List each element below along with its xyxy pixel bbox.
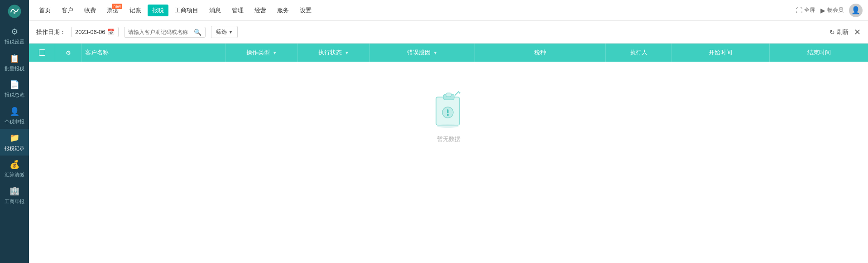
content-area: 操作日期： 2023-06-06 📅 🔍 筛选 ▼ ↻ 刷新 ✕: [29, 21, 868, 263]
sidebar-item-personal-tax[interactable]: 👤 个税申报: [0, 102, 29, 129]
filter-label: 筛选: [216, 28, 227, 36]
nav-service[interactable]: 服务: [273, 5, 293, 16]
main-area: 首页 客户 收费 票据 new 记账 报税 工商项目 消息 管理 经营 服务 设…: [29, 0, 868, 263]
batch-tax-icon: 📋: [10, 53, 19, 64]
filter-button[interactable]: 筛选 ▼: [211, 26, 238, 38]
tax-overview-icon: 📄: [10, 79, 19, 91]
calendar-icon: 📅: [107, 29, 115, 35]
sidebar-item-tax-records[interactable]: 📁 报税记录: [0, 129, 29, 156]
tax-settings-icon: ⚙: [11, 26, 18, 38]
new-badge: new: [112, 4, 122, 10]
member-label: 畅会员: [827, 6, 844, 14]
close-button[interactable]: ✕: [854, 28, 861, 36]
refresh-label: 刷新: [837, 28, 849, 36]
fullscreen-button[interactable]: ⛶ 全屏: [796, 6, 815, 14]
svg-rect-6: [447, 109, 448, 113]
sidebar-item-batch-tax[interactable]: 📋 批量报税: [0, 49, 29, 76]
th-customer-name: 客户名称: [82, 44, 225, 62]
fullscreen-label: 全屏: [804, 6, 815, 14]
th-gear[interactable]: ⚙: [55, 44, 82, 62]
table-container: ⚙ 客户名称 操作类型 ▼ 执行状态 ▼: [29, 44, 868, 263]
top-navigation: 首页 客户 收费 票据 new 记账 报税 工商项目 消息 管理 经营 服务 设…: [29, 0, 868, 21]
sort-icon: ▼: [345, 50, 349, 55]
sidebar: ⚙ 报税设置 📋 批量报税 📄 报税总览 👤 个税申报 📁 报税记录 💰 汇算清…: [0, 0, 29, 263]
sidebar-item-label: 报税设置: [5, 39, 24, 45]
nav-management[interactable]: 管理: [227, 5, 248, 16]
toolbar: 操作日期： 2023-06-06 📅 🔍 筛选 ▼ ↻ 刷新 ✕: [29, 21, 868, 44]
app-logo: [0, 0, 29, 23]
date-value: 2023-06-06: [75, 29, 106, 35]
search-input[interactable]: [128, 29, 192, 35]
svg-point-7: [447, 114, 449, 116]
member-button[interactable]: ▶ 畅会员: [820, 6, 844, 14]
empty-illustration: [431, 89, 467, 130]
svg-rect-4: [446, 93, 451, 97]
annual-report-icon: 🏢: [10, 185, 19, 197]
search-box[interactable]: 🔍: [124, 27, 206, 38]
nav-billing[interactable]: 收费: [80, 5, 101, 16]
records-table: ⚙ 客户名称 操作类型 ▼ 执行状态 ▼: [29, 44, 868, 170]
svg-line-8: [455, 92, 459, 95]
nav-accounts[interactable]: 记账: [125, 5, 146, 16]
nav-operation[interactable]: 经营: [250, 5, 271, 16]
th-start-time: 开始时间: [671, 44, 770, 62]
sidebar-item-label: 报税总览: [5, 92, 24, 98]
sidebar-item-label: 个税申报: [5, 118, 24, 125]
th-error-reason[interactable]: 错误股因 ▼: [370, 44, 475, 62]
chevron-down-icon: ▼: [229, 29, 233, 34]
date-picker[interactable]: 2023-06-06 📅: [71, 27, 119, 37]
sidebar-item-tax-overview[interactable]: 📄 报税总览: [0, 76, 29, 102]
sidebar-item-label: 工商年报: [5, 198, 24, 205]
nav-business[interactable]: 工商项目: [170, 5, 203, 16]
avatar-icon: 👤: [851, 6, 860, 15]
tax-records-icon: 📁: [10, 132, 19, 144]
select-all-checkbox[interactable]: [39, 49, 45, 56]
date-label: 操作日期：: [36, 28, 66, 36]
nav-message[interactable]: 消息: [205, 5, 225, 16]
gear-icon: ⚙: [66, 49, 71, 56]
sidebar-item-label: 批量报税: [5, 65, 24, 72]
empty-state: 暂无数据: [29, 62, 868, 170]
nav-customer[interactable]: 客户: [57, 5, 78, 16]
sidebar-item-label: 报税记录: [5, 145, 24, 152]
th-op-type[interactable]: 操作类型 ▼: [225, 44, 297, 62]
empty-row: 暂无数据: [29, 62, 868, 170]
fullscreen-icon: ⛶: [796, 7, 802, 14]
sidebar-item-tax-settings[interactable]: ⚙ 报税设置: [0, 23, 29, 49]
sort-icon: ▼: [273, 50, 277, 55]
personal-tax-icon: 👤: [10, 106, 19, 117]
sidebar-item-annual-report[interactable]: 🏢 工商年报: [0, 182, 29, 209]
table-body: 暂无数据: [29, 62, 868, 170]
nav-settings[interactable]: 设置: [295, 5, 316, 16]
topnav-right: ⛶ 全屏 ▶ 畅会员 👤: [796, 4, 863, 17]
th-checkbox[interactable]: [29, 44, 55, 62]
empty-text: 暂无数据: [437, 135, 460, 143]
sidebar-item-label: 汇算清缴: [5, 171, 24, 178]
refresh-button[interactable]: ↻ 刷新: [830, 28, 849, 36]
table-header-row: ⚙ 客户名称 操作类型 ▼ 执行状态 ▼: [29, 44, 868, 62]
nav-invoice[interactable]: 票据 new: [102, 5, 123, 16]
svg-marker-9: [459, 92, 460, 94]
search-icon: 🔍: [194, 29, 201, 36]
th-end-time: 结束时间: [770, 44, 868, 62]
svg-point-10: [437, 124, 459, 128]
video-icon: ▶: [820, 7, 825, 14]
nav-items: 首页 客户 收费 票据 new 记账 报税 工商项目 消息 管理 经营 服务 设…: [34, 5, 796, 16]
svg-point-0: [8, 5, 21, 18]
th-executor: 执行人: [606, 44, 671, 62]
nav-home[interactable]: 首页: [34, 5, 55, 16]
th-tax-type: 税种: [475, 44, 606, 62]
user-avatar[interactable]: 👤: [849, 4, 863, 17]
sidebar-item-settlement[interactable]: 💰 汇算清缴: [0, 156, 29, 182]
sort-icon: ▼: [433, 50, 437, 55]
settlement-icon: 💰: [10, 159, 19, 170]
th-exec-status[interactable]: 执行状态 ▼: [298, 44, 370, 62]
empty-cell: 暂无数据: [29, 62, 868, 170]
nav-tax[interactable]: 报税: [148, 5, 168, 16]
svg-point-1: [14, 12, 16, 14]
refresh-icon: ↻: [830, 29, 835, 36]
